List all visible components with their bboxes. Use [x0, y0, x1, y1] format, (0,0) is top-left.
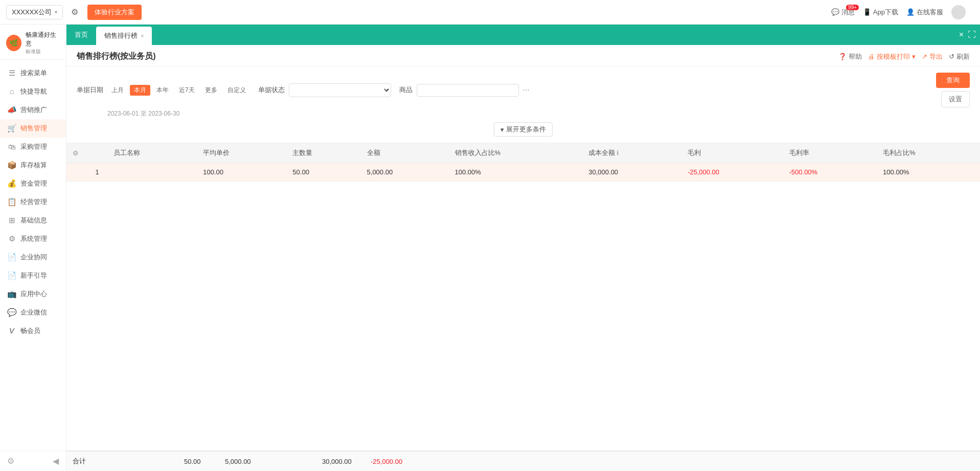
- th-gross-pct: 毛利占比%: [877, 143, 980, 163]
- cell-sales-pct: 100.00%: [449, 163, 583, 182]
- sidebar-item-purchase[interactable]: 🛍 采购管理: [0, 138, 66, 156]
- sidebar-item-member[interactable]: V 畅会员: [0, 322, 66, 340]
- sidebar-item-search[interactable]: ☰ 搜索菜单: [0, 64, 66, 82]
- cell-qty: 50.00: [286, 163, 360, 182]
- trial-btn[interactable]: 体验行业方案: [87, 5, 142, 20]
- sidebar-label-member: 畅会员: [20, 326, 40, 335]
- message-badge: 99+: [846, 5, 859, 10]
- company-selector[interactable]: XXXXXX公司 ▾: [6, 5, 63, 19]
- date-tab-thismonth[interactable]: 本月: [130, 85, 150, 96]
- enterprise-icon: 📄: [7, 253, 16, 262]
- sidebar-item-appcenter[interactable]: 📺 应用中心: [0, 285, 66, 303]
- sidebar-item-basicinfo[interactable]: ⊞ 基础信息: [0, 211, 66, 230]
- date-tab-thisyear[interactable]: 本年: [152, 85, 173, 96]
- total-gross: -25,000.00: [371, 458, 419, 465]
- sidebar-label-sales: 销售管理: [20, 124, 47, 133]
- filter-settings-btn[interactable]: 设置: [941, 91, 970, 107]
- tab-sales-ranking[interactable]: 销售排行榜 ×: [96, 27, 152, 45]
- wechat-icon: 💬: [7, 308, 16, 317]
- tab-home[interactable]: 首页: [66, 25, 96, 45]
- finance-icon: 💰: [7, 179, 16, 188]
- date-tab-more[interactable]: 更多: [201, 85, 221, 96]
- search-menu-icon: ☰: [7, 69, 16, 78]
- total-row: 合计 50.00 5,000.00 30,000.00 -25,000.00: [73, 457, 974, 466]
- app-download-btn[interactable]: 📱 App下载: [863, 8, 898, 17]
- sidebar-item-system[interactable]: ⚙ 系统管理: [0, 230, 66, 248]
- marketing-icon: 📣: [7, 105, 16, 115]
- th-rank: [87, 143, 107, 163]
- table-footer: 合计 50.00 5,000.00 30,000.00 -25,000.00: [66, 451, 980, 471]
- status-filter: 单据状态 ▾: [258, 83, 391, 97]
- th-qty: 主数量: [286, 143, 360, 163]
- print-arrow-icon: ▾: [912, 53, 916, 60]
- sidebar-item-wechat[interactable]: 💬 企业微信: [0, 303, 66, 322]
- total-label: 合计: [73, 457, 93, 466]
- template-print-btn[interactable]: 🖨 按模板打印 ▾: [868, 52, 916, 61]
- guide-icon: 📄: [7, 271, 16, 280]
- messages-btn[interactable]: 💬 消息 99+: [831, 8, 855, 17]
- total-qty: 50.00: [184, 458, 225, 465]
- expand-icon: ▾: [500, 126, 504, 133]
- cost-info-icon[interactable]: ℹ: [617, 149, 619, 156]
- table-row: 1 100.00 50.00 5,000.00 100.00% 30,000.0…: [66, 163, 980, 182]
- sidebar-item-sales[interactable]: 🛒 销售管理: [0, 119, 66, 138]
- col-settings-icon[interactable]: ⚙: [73, 149, 79, 157]
- help-btn[interactable]: ❓ 帮助: [838, 52, 862, 61]
- sidebar-label-marketing: 营销推广: [20, 105, 47, 115]
- date-tab-custom[interactable]: 自定义: [223, 85, 250, 96]
- sidebar-collapse-btn[interactable]: ◀: [53, 456, 59, 466]
- date-tab-lastmonth[interactable]: 上月: [107, 85, 128, 96]
- page-header: 销售排行榜(按业务员) ❓ 帮助 🖨 按模板打印 ▾ ↗ 导出: [66, 45, 980, 66]
- refresh-btn[interactable]: ↺ 刷新: [949, 52, 970, 61]
- sidebar-item-finance[interactable]: 💰 资金管理: [0, 174, 66, 193]
- quicknav-icon: ⌂: [7, 87, 16, 96]
- tab-sales-ranking-label: 销售排行榜: [104, 31, 138, 40]
- service-icon: 👤: [906, 8, 915, 16]
- sidebar-item-enterprise[interactable]: 📄 企业协同: [0, 248, 66, 266]
- sidebar-label-inventory: 库存核算: [20, 161, 47, 170]
- sidebar-label-search: 搜索菜单: [20, 69, 47, 78]
- cell-name: [107, 163, 197, 182]
- online-service-btn[interactable]: 👤 在线客服: [906, 8, 943, 17]
- goods-more-btn[interactable]: ···: [523, 85, 530, 95]
- sidebar-label-quicknav: 快捷导航: [20, 87, 47, 96]
- expand-filters-btn[interactable]: ▾ 展开更多条件: [494, 122, 553, 137]
- tab-close-icon[interactable]: ×: [141, 33, 144, 39]
- sidebar-item-inventory[interactable]: 📦 库存核算: [0, 156, 66, 174]
- maximize-window-btn[interactable]: ⛶: [968, 30, 976, 39]
- sidebar-settings-icon[interactable]: ⚙: [7, 456, 14, 466]
- date-tab-7days[interactable]: 近7天: [175, 85, 199, 96]
- sidebar-footer: ⚙ ◀: [0, 451, 66, 471]
- cell-avg-price: 100.00: [197, 163, 286, 182]
- date-range-display: 2023-06-01 至 2023-06-30: [107, 110, 179, 117]
- system-icon: ⚙: [7, 234, 16, 243]
- sidebar-label-finance: 资金管理: [20, 179, 47, 188]
- close-window-btn[interactable]: ×: [959, 30, 964, 39]
- avatar[interactable]: [951, 5, 966, 19]
- sidebar-item-guide[interactable]: 📄 新手引导: [0, 266, 66, 285]
- export-label: 导出: [929, 52, 943, 61]
- top-settings-btn[interactable]: ⚙: [67, 5, 82, 20]
- status-select[interactable]: [289, 83, 391, 97]
- tab-bar: 首页 销售排行榜 × × ⛶: [66, 25, 980, 45]
- cell-settings: [66, 163, 87, 182]
- member-icon: V: [7, 326, 16, 335]
- sidebar-item-operations[interactable]: 📋 经营管理: [0, 193, 66, 211]
- purchase-icon: 🛍: [7, 142, 16, 151]
- sales-icon: 🛒: [7, 124, 16, 133]
- date-filter-label: 单据日期: [77, 85, 103, 95]
- refresh-label: 刷新: [956, 52, 970, 61]
- goods-input[interactable]: [417, 84, 519, 97]
- online-service-label: 在线客服: [917, 8, 943, 17]
- th-avg-price: 平均单价: [197, 143, 286, 163]
- goods-filter: 商品 ···: [399, 84, 530, 97]
- date-tabs: 上月 本月 本年 近7天 更多 自定义: [107, 85, 250, 96]
- sidebar-label-enterprise: 企业协同: [20, 253, 47, 262]
- cell-cost: 30,000.00: [582, 163, 681, 182]
- basicinfo-icon: ⊞: [7, 216, 16, 225]
- goods-filter-label: 商品: [399, 85, 413, 95]
- sidebar-item-quicknav[interactable]: ⌂ 快捷导航: [0, 82, 66, 101]
- query-btn[interactable]: 查询: [936, 73, 970, 88]
- sidebar-item-marketing[interactable]: 📣 营销推广: [0, 101, 66, 119]
- export-btn[interactable]: ↗ 导出: [922, 52, 943, 61]
